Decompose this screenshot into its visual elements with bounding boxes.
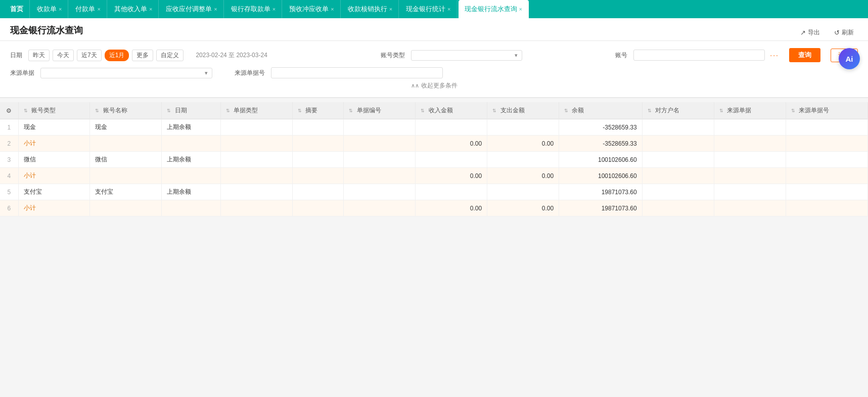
nav-tab-home[interactable]: 首页 xyxy=(4,0,30,18)
nav-tab-ar-ap-adjust-label: 应收应付调整单 xyxy=(166,5,212,14)
page-title: 现金银行流水查询 xyxy=(10,24,83,40)
table-cell: 0.00 xyxy=(416,200,487,216)
nav-tab-receipt-close[interactable]: × xyxy=(59,6,62,12)
table-row[interactable]: 4小计0.000.00100102606.60 xyxy=(0,168,868,184)
table-row[interactable]: 6小计0.000.0019871073.60 xyxy=(0,200,868,216)
ai-label: Ai xyxy=(846,55,853,63)
table-row[interactable]: 2小计0.000.00-3528659.33 xyxy=(0,136,868,152)
col-balance[interactable]: ⇅ 余额 xyxy=(559,102,643,119)
table-row[interactable]: 1现金现金上期余额-3528659.33 xyxy=(0,119,868,136)
filter-area: 日期 昨天 今天 近7天 近1月 更多 自定义 2023-02-24 至 202… xyxy=(0,41,868,98)
table-cell xyxy=(344,200,416,216)
source-doc-chevron-icon: ▾ xyxy=(205,70,208,76)
nav-tab-collect-verify[interactable]: 收款核销执行 × xyxy=(342,0,399,18)
table-cell xyxy=(344,168,416,184)
col-source-doc[interactable]: ⇅ 来源单据 xyxy=(714,102,786,119)
date-btn-7days[interactable]: 近7天 xyxy=(77,50,102,61)
table-container: ⚙ ⇅ 账号类型 ⇅ 账号名称 ⇅ 日期 ⇅ 单据类型 xyxy=(0,102,868,216)
nav-tab-cash-bank-stat[interactable]: 现金银行统计 × xyxy=(400,0,457,18)
more-dots-icon[interactable]: ··· xyxy=(770,51,779,59)
export-button[interactable]: ↗ 导出 xyxy=(796,26,824,39)
query-button[interactable]: 查询 xyxy=(789,48,820,62)
table-cell xyxy=(786,200,867,216)
table-cell xyxy=(642,184,714,200)
nav-tab-bank-deposit[interactable]: 银行存取款单 × xyxy=(225,0,282,18)
col-counterpart[interactable]: ⇅ 对方户名 xyxy=(642,102,714,119)
col-account-type[interactable]: ⇅ 账号类型 xyxy=(18,102,90,119)
col-summary[interactable]: ⇅ 摘要 xyxy=(292,102,344,119)
sort-income-icon: ⇅ xyxy=(421,108,425,113)
table-cell xyxy=(292,184,344,200)
table-cell: 支付宝 xyxy=(18,184,90,200)
table-cell xyxy=(416,152,487,168)
table-cell: 2 xyxy=(0,136,18,152)
export-label: 导出 xyxy=(808,28,820,37)
table-cell xyxy=(642,152,714,168)
date-btn-1month[interactable]: 近1月 xyxy=(105,50,129,61)
nav-tab-other-income[interactable]: 其他收入单 × xyxy=(108,0,159,18)
date-btn-custom[interactable]: 自定义 xyxy=(156,50,184,61)
nav-tab-payment-close[interactable]: × xyxy=(97,6,100,12)
nav-tab-pre-collect-close[interactable]: × xyxy=(331,6,334,12)
nav-tab-bank-deposit-close[interactable]: × xyxy=(272,6,276,12)
table-cell: 5 xyxy=(0,184,18,200)
table-cell: -3528659.33 xyxy=(559,136,643,152)
nav-tab-cash-bank-flow-label: 现金银行流水查询 xyxy=(465,5,517,14)
ai-assistant-button[interactable]: Ai xyxy=(839,48,860,69)
sort-account-name-icon: ⇅ xyxy=(95,108,99,113)
col-income[interactable]: ⇅ 收入金额 xyxy=(416,102,487,119)
table-cell: 小计 xyxy=(18,168,90,184)
sort-date-icon: ⇅ xyxy=(167,108,171,113)
nav-tab-pre-collect-label: 预收冲应收单 xyxy=(289,5,329,14)
col-doc-no[interactable]: ⇅ 单据编号 xyxy=(344,102,416,119)
nav-tab-collect-verify-close[interactable]: × xyxy=(389,6,392,12)
col-account-name[interactable]: ⇅ 账号名称 xyxy=(90,102,162,119)
refresh-button[interactable]: ↺ 刷新 xyxy=(830,26,858,39)
collapse-bar[interactable]: ∧∧ 收起更多条件 xyxy=(10,79,858,90)
account-input[interactable] xyxy=(633,50,765,61)
table-cell xyxy=(292,152,344,168)
col-source-doc-no[interactable]: ⇅ 来源单据号 xyxy=(786,102,867,119)
nav-tab-cash-bank-flow[interactable]: 现金银行流水查询 × xyxy=(459,0,529,18)
settings-gear-icon[interactable]: ⚙ xyxy=(6,107,12,114)
table-cell xyxy=(220,184,292,200)
page-header: 现金银行流水查询 ↗ 导出 ↺ 刷新 xyxy=(0,18,868,41)
nav-tab-other-income-close[interactable]: × xyxy=(149,6,152,12)
col-expense[interactable]: ⇅ 支出金额 xyxy=(487,102,559,119)
table-cell xyxy=(344,119,416,136)
date-btn-today[interactable]: 今天 xyxy=(53,50,74,61)
table-cell: 0.00 xyxy=(487,200,559,216)
nav-tab-ar-ap-adjust[interactable]: 应收应付调整单 × xyxy=(160,0,223,18)
nav-tab-receipt[interactable]: 收款单 × xyxy=(31,0,68,18)
table-cell xyxy=(487,119,559,136)
col-date[interactable]: ⇅ 日期 xyxy=(162,102,220,119)
date-range-display: 2023-02-24 至 2023-03-24 xyxy=(196,51,267,60)
source-doc-select[interactable]: ▾ xyxy=(40,68,212,78)
export-icon: ↗ xyxy=(800,29,806,36)
nav-tab-payment[interactable]: 付款单 × xyxy=(69,0,107,18)
source-doc-label: 来源单据 xyxy=(10,69,34,77)
table-cell: 微信 xyxy=(18,152,90,168)
nav-tab-cash-bank-stat-close[interactable]: × xyxy=(447,6,450,12)
sort-expense-icon: ⇅ xyxy=(492,108,496,113)
nav-tab-cash-bank-flow-close[interactable]: × xyxy=(519,6,522,12)
table-row[interactable]: 3微信微信上期余额100102606.60 xyxy=(0,152,868,168)
nav-tab-ar-ap-adjust-close[interactable]: × xyxy=(214,6,217,12)
table-cell xyxy=(714,136,786,152)
table-cell xyxy=(642,119,714,136)
table-cell: 4 xyxy=(0,168,18,184)
sort-balance-icon: ⇅ xyxy=(564,108,568,113)
date-btn-yesterday[interactable]: 昨天 xyxy=(28,50,50,61)
account-type-select[interactable]: ▾ xyxy=(411,50,522,61)
table-cell: -3528659.33 xyxy=(559,119,643,136)
table-cell: 0.00 xyxy=(487,136,559,152)
table-cell: 支付宝 xyxy=(90,184,162,200)
nav-tab-pre-collect[interactable]: 预收冲应收单 × xyxy=(283,0,340,18)
col-settings[interactable]: ⚙ xyxy=(0,102,18,119)
col-doc-type[interactable]: ⇅ 单据类型 xyxy=(220,102,292,119)
date-btn-more[interactable]: 更多 xyxy=(132,50,153,61)
nav-tab-collect-verify-label: 收款核销执行 xyxy=(348,5,387,14)
filter-row-2: 来源单据 ▾ 来源单据号 xyxy=(10,67,858,78)
source-doc-no-input[interactable] xyxy=(271,67,443,78)
table-row[interactable]: 5支付宝支付宝上期余额19871073.60 xyxy=(0,184,868,200)
